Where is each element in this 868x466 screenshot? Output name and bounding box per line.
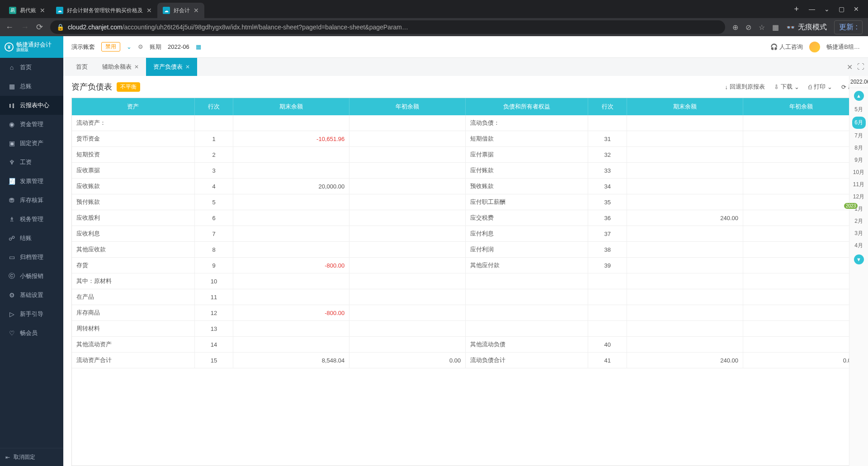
- nav-forward-icon[interactable]: →: [21, 23, 29, 32]
- new-tab-button[interactable]: +: [789, 5, 803, 14]
- favicon-icon: ☁: [163, 7, 170, 14]
- window-dropdown-icon[interactable]: ⌄: [824, 5, 830, 13]
- close-icon[interactable]: ✕: [40, 7, 45, 14]
- address-bar[interactable]: 🔒 cloud2.chanjet.com/accounting/uh26t264…: [50, 20, 725, 34]
- browser-toolbar: ← → ⟳ 🔒 cloud2.chanjet.com/accounting/uh…: [0, 18, 868, 36]
- browser-tabs: 易 易代账 ✕☁ 好会计财务管理软件购买价格及 ✕☁ 好会计 ✕: [4, 0, 789, 18]
- window-min-icon[interactable]: —: [809, 5, 815, 13]
- bookmark-icon[interactable]: ☆: [759, 23, 765, 32]
- favicon-icon: 易: [9, 7, 16, 14]
- zoom-icon[interactable]: ⊕: [732, 23, 738, 32]
- tab-title: 易代账: [20, 7, 36, 14]
- window-controls: — ⌄ ▢ ✕: [803, 5, 864, 13]
- tab-title: 好会计: [174, 7, 190, 14]
- window-close-icon[interactable]: ✕: [854, 5, 859, 13]
- tab-title: 好会计财务管理软件购买价格及: [67, 7, 143, 14]
- browser-tab[interactable]: ☁ 好会计 ✕: [157, 3, 204, 18]
- browser-tab[interactable]: ☁ 好会计财务管理软件购买价格及 ✕: [51, 3, 157, 18]
- favicon-icon: ☁: [56, 7, 63, 14]
- nav-back-icon[interactable]: ←: [5, 23, 14, 32]
- lock-icon: 🔒: [57, 24, 64, 31]
- close-icon[interactable]: ✕: [146, 7, 152, 14]
- close-icon[interactable]: ✕: [193, 7, 199, 14]
- nav-reload-icon[interactable]: ⟳: [36, 22, 43, 32]
- url-text: cloud2.chanjet.com/accounting/uh26t264j5…: [68, 24, 408, 31]
- puzzle-icon[interactable]: ▦: [772, 23, 779, 32]
- browser-tab[interactable]: 易 易代账 ✕: [4, 3, 51, 18]
- window-max-icon[interactable]: ▢: [839, 5, 844, 13]
- incognito-icon: 👓: [786, 23, 795, 32]
- browser-titlebar: 易 易代账 ✕☁ 好会计财务管理软件购买价格及 ✕☁ 好会计 ✕ + — ⌄ ▢…: [0, 0, 868, 18]
- extensions-block-icon[interactable]: ⊘: [745, 23, 751, 32]
- incognito-badge: 👓 无痕模式: [786, 23, 827, 32]
- update-button[interactable]: 更新 :: [834, 20, 863, 34]
- toolbar-icons: ⊕ ⊘ ☆ ▦ 👓 无痕模式 更新 :: [732, 20, 863, 34]
